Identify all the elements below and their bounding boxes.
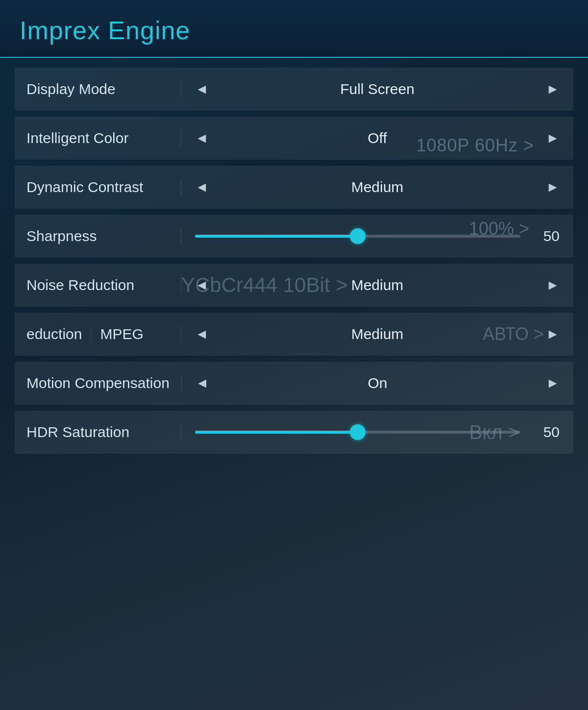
- mpeg-noise-reduction-row: eduction MPEG ◄ Medium ► АВТО >: [15, 313, 573, 356]
- hdr-saturation-slider-fill: [195, 431, 358, 434]
- mpeg-noise-reduction-label: eduction MPEG: [15, 326, 181, 343]
- dynamic-contrast-next-btn[interactable]: ►: [546, 179, 560, 195]
- hdr-saturation-control: 50: [181, 424, 573, 441]
- intelligent-color-prev-btn[interactable]: ◄: [195, 130, 209, 146]
- motion-compensation-label: Motion Compensation: [15, 375, 182, 392]
- dynamic-contrast-value: Medium: [219, 179, 537, 196]
- page-title: Imprex Engine: [20, 16, 568, 45]
- display-mode-value: Full Screen: [219, 81, 537, 98]
- intelligent-color-label: Intelligent Color: [15, 130, 181, 147]
- sharpness-slider-fill: [195, 235, 358, 238]
- motion-compensation-prev-btn[interactable]: ◄: [196, 375, 209, 391]
- sharpness-control: 50: [181, 228, 573, 245]
- header: Imprex Engine: [0, 0, 588, 58]
- noise-reduction-next-btn[interactable]: ►: [546, 277, 560, 293]
- mpeg-next-btn[interactable]: ►: [546, 326, 560, 342]
- noise-reduction-row: Noise Reduction ◄ Medium ► YCbCr444 10Bi…: [15, 264, 573, 307]
- display-mode-control: ◄ Full Screen ►: [181, 81, 573, 98]
- mpeg-value: Medium: [219, 326, 537, 343]
- intelligent-color-value: Off: [219, 130, 537, 147]
- motion-compensation-row: Motion Compensation ◄ On ►: [15, 362, 573, 405]
- intelligent-color-next-btn[interactable]: ►: [546, 130, 560, 146]
- mpeg-control: ◄ Medium ►: [181, 326, 573, 343]
- hdr-saturation-label: HDR Saturation: [15, 424, 181, 441]
- noise-reduction-value: Medium: [219, 277, 537, 294]
- intelligent-color-control: ◄ Off ►: [181, 130, 573, 147]
- hdr-saturation-row: HDR Saturation 50 Вкл >: [15, 411, 573, 454]
- motion-compensation-next-btn[interactable]: ►: [546, 375, 560, 391]
- display-mode-prev-btn[interactable]: ◄: [195, 81, 209, 97]
- settings-container: Display Mode ◄ Full Screen ► Intelligent…: [0, 58, 588, 464]
- dynamic-contrast-control: ◄ Medium ►: [181, 179, 573, 196]
- intelligent-color-row: Intelligent Color ◄ Off ► 1080P 60Hz >: [15, 117, 573, 160]
- hdr-saturation-slider-value: 50: [530, 424, 560, 441]
- sharpness-slider-wrapper: 50: [195, 228, 560, 245]
- dynamic-contrast-label: Dynamic Contrast: [15, 179, 181, 196]
- sharpness-slider-value: 50: [530, 228, 560, 245]
- sharpness-slider-thumb[interactable]: [350, 228, 366, 244]
- hdr-saturation-slider-track[interactable]: [195, 431, 520, 434]
- sharpness-row: Sharpness 50 100% >: [15, 215, 573, 258]
- sharpness-label: Sharpness: [15, 228, 181, 245]
- motion-compensation-control: ◄ On ►: [182, 375, 573, 392]
- display-mode-next-btn[interactable]: ►: [546, 81, 560, 97]
- dynamic-contrast-prev-btn[interactable]: ◄: [195, 179, 209, 195]
- dynamic-contrast-row: Dynamic Contrast ◄ Medium ►: [15, 166, 573, 209]
- display-mode-label: Display Mode: [15, 81, 181, 98]
- hdr-saturation-slider-wrapper: 50: [195, 424, 560, 441]
- mpeg-prev-btn[interactable]: ◄: [195, 326, 209, 342]
- display-mode-row: Display Mode ◄ Full Screen ►: [15, 68, 573, 111]
- noise-reduction-label: Noise Reduction: [15, 277, 181, 294]
- hdr-saturation-slider-thumb[interactable]: [350, 424, 366, 440]
- motion-compensation-value: On: [219, 375, 537, 392]
- mpeg-tag: MPEG: [91, 326, 143, 343]
- noise-reduction-prev-btn[interactable]: ◄: [195, 277, 209, 293]
- noise-reduction-control: ◄ Medium ►: [181, 277, 573, 294]
- sharpness-slider-track[interactable]: [195, 235, 520, 238]
